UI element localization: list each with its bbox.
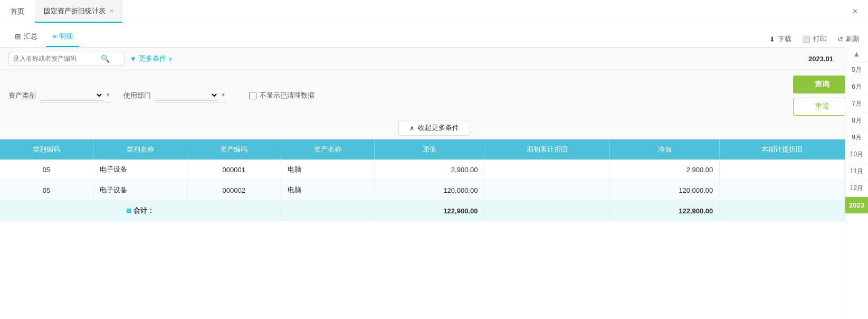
- collapse-label: 收起更多条件: [418, 123, 459, 133]
- cell-accumulated-dep: [484, 180, 610, 201]
- collapse-button[interactable]: ∧ 收起更多条件: [398, 120, 470, 136]
- more-conditions-label: 更多条件: [139, 54, 166, 63]
- active-tab[interactable]: 固定资产折旧统计表 ×: [35, 0, 122, 23]
- download-button[interactable]: ⬇ 下载: [769, 34, 791, 44]
- total-label-cell: ⊞合计：: [0, 201, 281, 221]
- sidebar-year-badge[interactable]: 2023: [845, 197, 868, 214]
- cell-category-code: 05: [0, 160, 93, 180]
- tab-detail-label: 明细: [59, 32, 73, 41]
- cell-original-value: 2,900.00: [375, 160, 484, 180]
- asset-category-select[interactable]: [40, 89, 103, 101]
- window-close-button[interactable]: ×: [853, 7, 857, 16]
- sidebar-month-9[interactable]: 9月: [845, 129, 868, 146]
- home-nav-item[interactable]: 首页: [0, 0, 35, 23]
- cell-category-code: 05: [0, 180, 93, 201]
- sidebar-month-8[interactable]: 8月: [845, 112, 868, 129]
- table-row: 05 电子设备 000002 电脑 120,000.00 120,000.00: [0, 180, 845, 201]
- table-wrap: 类别编码 类别名称 资产编码 资产名称 原值 期初累计折旧 净值 本期计提折旧 …: [0, 139, 845, 319]
- asset-category-filter: 资产类别 ▼: [8, 89, 111, 102]
- reset-button[interactable]: 重置: [793, 98, 851, 116]
- more-conditions-button[interactable]: ▼ 更多条件 ∨: [130, 54, 173, 63]
- cell-original-value: 120,000.00: [375, 180, 484, 201]
- cell-net-value: 120,000.00: [610, 180, 720, 201]
- col-header-asset-code: 资产编码: [187, 139, 281, 160]
- col-header-net-value: 净值: [610, 139, 720, 160]
- tab-summary[interactable]: ⊞ 汇总: [8, 27, 44, 47]
- col-header-category-code: 类别编码: [0, 139, 93, 160]
- date-label: 2023.01: [808, 55, 833, 63]
- print-label: 打印: [813, 34, 827, 44]
- top-nav: 首页 固定资产折旧统计表 × ×: [0, 0, 868, 23]
- chevron-up-icon: ∧: [409, 124, 415, 132]
- download-icon: ⬇: [769, 35, 775, 43]
- close-tab-icon[interactable]: ×: [110, 7, 113, 15]
- no-cleared-label: 不显示已清理数据: [260, 91, 314, 100]
- sidebar-month-5[interactable]: 5月: [845, 62, 868, 79]
- no-cleared-data-filter[interactable]: 不显示已清理数据: [249, 91, 314, 100]
- total-accumulated-dep: [484, 201, 610, 221]
- search-input[interactable]: [13, 55, 98, 62]
- cell-category-name: 电子设备: [93, 160, 187, 180]
- refresh-button[interactable]: ↺ 刷新: [837, 34, 860, 44]
- cell-asset-code: 000002: [187, 180, 281, 201]
- col-header-category-name: 类别名称: [93, 139, 187, 160]
- refresh-label: 刷新: [846, 34, 860, 44]
- department-select[interactable]: [155, 89, 218, 101]
- cell-current-dep: [720, 180, 845, 201]
- print-icon: ⬜: [802, 35, 810, 43]
- toolbar-right: ⬇ 下载 ⬜ 打印 ↺ 刷新: [769, 34, 860, 47]
- asset-category-arrow-icon: ▼: [106, 92, 111, 98]
- sidebar-up-arrow[interactable]: ▲: [845, 46, 868, 62]
- total-current-dep: [720, 201, 845, 221]
- cell-current-dep: [720, 160, 845, 180]
- tab-detail[interactable]: ≡ 明细: [46, 27, 79, 47]
- chevron-down-icon: ∨: [168, 55, 173, 62]
- search-input-wrap[interactable]: 🔍: [8, 52, 125, 65]
- cell-asset-name: 电脑: [281, 180, 375, 201]
- total-asset-name: [281, 201, 375, 221]
- department-label: 使用部门: [123, 91, 151, 100]
- sidebar-month-12[interactable]: 12月: [845, 180, 868, 197]
- main-content: ⊞ 汇总 ≡ 明细 ⬇ 下载 ⬜ 打印 ↺ 刷新 🔍: [0, 23, 868, 319]
- department-select-wrap[interactable]: ▼: [155, 89, 226, 102]
- cell-category-name: 电子设备: [93, 180, 187, 201]
- cell-net-value: 2,900.00: [610, 160, 720, 180]
- total-net-value: 122,900.00: [610, 201, 720, 221]
- filter-bar: 🔍 ▼ 更多条件 ∨ 2023.01: [0, 48, 868, 70]
- sidebar-month-7[interactable]: 7月: [845, 96, 868, 112]
- search-icon: 🔍: [101, 54, 110, 63]
- filter-icon: ▼: [130, 55, 137, 63]
- total-original-value: 122,900.00: [375, 201, 484, 221]
- total-icon: ⊞: [126, 207, 131, 214]
- cell-asset-code: 000001: [187, 160, 281, 180]
- sidebar-month-11[interactable]: 11月: [845, 163, 868, 180]
- col-header-accumulated-dep: 期初累计折旧: [484, 139, 610, 160]
- asset-category-label: 资产类别: [8, 91, 36, 100]
- collapse-row: ∧ 收起更多条件: [0, 116, 868, 139]
- sidebar-month-6[interactable]: 6月: [845, 79, 868, 96]
- sidebar-month-10[interactable]: 10月: [845, 146, 868, 163]
- tab-label: 固定资产折旧统计表: [44, 6, 106, 16]
- col-header-original-value: 原值: [375, 139, 484, 160]
- query-button[interactable]: 查询: [793, 76, 851, 93]
- right-sidebar: ▲ 5月 6月 7月 8月 9月 10月 11月 12月 2023: [845, 46, 868, 319]
- cell-accumulated-dep: [484, 160, 610, 180]
- col-header-current-dep: 本期计提折旧: [720, 139, 845, 160]
- table-row: 05 电子设备 000001 电脑 2,900.00 2,900.00: [0, 160, 845, 180]
- department-arrow-icon: ▼: [221, 92, 226, 98]
- summary-icon: ⊞: [15, 32, 21, 41]
- table-header-row: 类别编码 类别名称 资产编码 资产名称 原值 期初累计折旧 净值 本期计提折旧: [0, 139, 845, 160]
- download-label: 下载: [778, 34, 791, 44]
- cell-asset-name: 电脑: [281, 160, 375, 180]
- table-total-row: ⊞合计： 122,900.00 122,900.00: [0, 201, 845, 221]
- filter-date-value: 2023.01: [808, 55, 833, 63]
- col-header-asset-name: 资产名称: [281, 139, 375, 160]
- tab-summary-label: 汇总: [24, 32, 37, 41]
- no-cleared-checkbox[interactable]: [249, 92, 256, 99]
- department-filter: 使用部门 ▼: [123, 89, 226, 102]
- asset-category-select-wrap[interactable]: ▼: [40, 89, 111, 102]
- print-button[interactable]: ⬜ 打印: [802, 34, 827, 44]
- data-table: 类别编码 类别名称 资产编码 资产名称 原值 期初累计折旧 净值 本期计提折旧 …: [0, 139, 845, 221]
- refresh-icon: ↺: [837, 35, 843, 43]
- detail-icon: ≡: [52, 32, 56, 41]
